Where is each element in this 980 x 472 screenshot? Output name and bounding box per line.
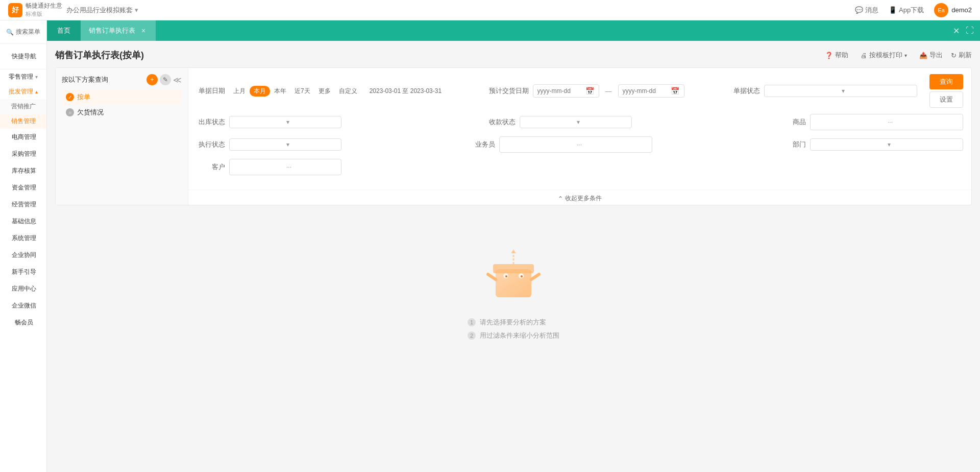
filter-field-salesperson: 业务员 ··· (467, 136, 652, 153)
refresh-label: 刷新 (959, 51, 972, 60)
date-tab-7days[interactable]: 近7天 (290, 86, 314, 97)
app-download-button[interactable]: 📱 App下载 (889, 6, 924, 15)
scheme-item-shortage[interactable]: ○ 欠货情况 (62, 105, 182, 120)
user-area[interactable]: Ea demo2 (934, 3, 972, 17)
refresh-button[interactable]: ↻ 刷新 (951, 51, 972, 60)
filter-main: 单据日期 上月 本月 本年 近7天 更多 自定义 (188, 68, 971, 187)
breadcrumb-text: 办公用品行业模拟账套 (66, 6, 133, 15)
query-button[interactable]: 查询 (929, 74, 963, 89)
out-status-select[interactable]: ▾ (229, 116, 341, 128)
wholesale-label: 批发管理 (9, 88, 33, 95)
marketing-label: 营销推广 (11, 103, 36, 110)
sidebar-item-sales[interactable]: 销售管理 (0, 114, 46, 129)
sidebar-item-appstore[interactable]: 应用中心 (0, 280, 46, 297)
filter-field-dept: 部门 ▾ (777, 138, 963, 151)
print-button[interactable]: 🖨 按模板打印 ▾ (856, 51, 911, 60)
sidebar-sub-marketing: 营销推广 销售管理 (0, 99, 46, 129)
scheme-item-label-0: 按单 (77, 92, 90, 102)
date-to-input[interactable]: 📅 (618, 84, 684, 98)
date-to-field[interactable] (623, 87, 669, 95)
scheme-item-by-order[interactable]: ✓ 按单 (62, 89, 182, 105)
goods-select[interactable]: ··· (810, 114, 963, 130)
export-button[interactable]: 📤 导出 (919, 51, 943, 60)
exec-status-select[interactable]: ▾ (229, 138, 341, 151)
date-from-field[interactable] (537, 87, 583, 95)
filter-row-2: 出库状态 ▾ 收款状态 (197, 114, 963, 130)
customer-more-icon[interactable]: ··· (284, 161, 337, 173)
customer-label: 客户 (197, 162, 225, 172)
edit-scheme-button[interactable]: ✎ (160, 74, 171, 85)
finance-label: 资金管理 (12, 184, 36, 191)
doc-status-select[interactable]: ▾ (764, 85, 917, 97)
scheme-item-label-1: 欠货情况 (77, 108, 104, 117)
date-tab-custom[interactable]: 自定义 (335, 86, 361, 97)
tab-label: 销售订单执行表 (89, 26, 135, 35)
salesperson-select[interactable]: ··· (499, 136, 652, 153)
top-bar-right: 💬 消息 📱 App下载 Ea demo2 (855, 3, 972, 17)
dept-select[interactable]: ▾ (810, 138, 963, 151)
sidebar-item-quick-nav[interactable]: 快捷导航 (0, 48, 46, 65)
message-button[interactable]: 💬 消息 (855, 6, 878, 15)
goods-more-icon[interactable]: ··· (886, 116, 959, 128)
sidebar-item-cooperation[interactable]: 企业协同 (0, 247, 46, 264)
filter-field-customer: 客户 ··· (197, 159, 341, 175)
svg-rect-1 (493, 264, 534, 273)
tab-fullscreen-icon[interactable]: ⛶ (966, 26, 974, 35)
receipt-status-select[interactable]: ▾ (520, 116, 632, 128)
sidebar-item-purchase[interactable]: 采购管理 (0, 146, 46, 162)
collapse-scheme-button[interactable]: ≪ (173, 75, 182, 85)
sidebar-item-system[interactable]: 系统管理 (0, 230, 46, 247)
tab-home[interactable]: 首页 (47, 20, 81, 41)
sidebar-search-section: 🔍 搜索菜单 (0, 20, 46, 44)
filter-field-out-status: 出库状态 ▾ (197, 116, 341, 128)
sidebar-item-inventory[interactable]: 库存核算 (0, 162, 46, 179)
retail-label: 零售管理 (9, 73, 33, 80)
collapse-bar[interactable]: ⌃ 收起更多条件 (188, 190, 971, 205)
help-button[interactable]: ❓ 帮助 (825, 51, 848, 60)
date-label: 单据日期 (197, 86, 225, 96)
sidebar-item-retail[interactable]: 零售管理 ▾ (0, 69, 46, 84)
home-tab-label: 首页 (57, 26, 70, 35)
page-title: 销售订单执行表(按单) (55, 49, 144, 61)
date-tab-this-year[interactable]: 本年 (270, 86, 290, 97)
breadcrumb-arrow-icon[interactable]: ▾ (135, 6, 138, 14)
tab-sales-order[interactable]: 销售订单执行表 × (81, 20, 156, 41)
date-preset-row: 上月 本月 本年 近7天 更多 自定义 (229, 86, 361, 97)
settings-button[interactable]: 设置 (929, 91, 963, 108)
salesperson-more-icon[interactable]: ··· (575, 139, 648, 150)
empty-state: 1 请先选择要分析的方案 2 用过滤条件来缩小分析范围 (55, 205, 972, 383)
sidebar-item-marketing[interactable]: 营销推广 (0, 99, 46, 114)
sidebar-item-newbie[interactable]: 新手引导 (0, 264, 46, 280)
sidebar-item-member[interactable]: 畅会员 (0, 314, 46, 331)
logo-area: 好 畅捷通好生意 标准版 (8, 2, 62, 18)
tab-window-close-icon[interactable]: ✕ (953, 26, 960, 36)
salesperson-label: 业务员 (467, 140, 495, 149)
tab-close-icon[interactable]: × (139, 27, 148, 35)
customer-select[interactable]: ··· (229, 159, 341, 175)
sidebar-item-ecommerce[interactable]: 电商管理 (0, 129, 46, 146)
date-tab-more[interactable]: 更多 (314, 86, 335, 97)
sidebar-item-business[interactable]: 经营管理 (0, 196, 46, 213)
quick-nav-section: 快捷导航 (0, 44, 46, 69)
filter-scheme-panel: 按以下方案查询 + ✎ ≪ ✓ 按单 ○ (56, 68, 188, 205)
date-tab-last-month[interactable]: 上月 (229, 86, 250, 97)
date-tab-this-month[interactable]: 本月 (250, 86, 270, 97)
main-layout: 🔍 搜索菜单 快捷导航 零售管理 ▾ 批发管理 ▴ 营销推广 (0, 20, 980, 472)
retail-arrow-icon: ▾ (35, 74, 38, 80)
sidebar-item-wechat[interactable]: 企业微信 (0, 297, 46, 314)
add-scheme-button[interactable]: + (146, 74, 158, 85)
sidebar-item-finance[interactable]: 资金管理 (0, 179, 46, 196)
page-header-actions: ❓ 帮助 🖨 按模板打印 ▾ 📤 导出 ↻ (825, 51, 972, 60)
sidebar-item-basic[interactable]: 基础信息 (0, 213, 46, 230)
empty-steps: 1 请先选择要分析的方案 2 用过滤条件来缩小分析范围 (468, 316, 559, 342)
scheme-header: 按以下方案查询 + ✎ ≪ (62, 74, 182, 85)
refresh-icon: ↻ (951, 52, 957, 59)
search-menu-button[interactable]: 🔍 搜索菜单 (4, 26, 42, 38)
sidebar-item-wholesale[interactable]: 批发管理 ▴ (0, 84, 46, 99)
filter-row-3: 执行状态 ▾ 业务员 (197, 136, 963, 153)
step-num-2: 2 (468, 332, 476, 340)
export-icon: 📤 (919, 52, 927, 59)
step-text-1: 请先选择要分析的方案 (480, 316, 546, 329)
date-from-input[interactable]: 📅 (533, 84, 599, 98)
empty-illustration (483, 246, 544, 308)
